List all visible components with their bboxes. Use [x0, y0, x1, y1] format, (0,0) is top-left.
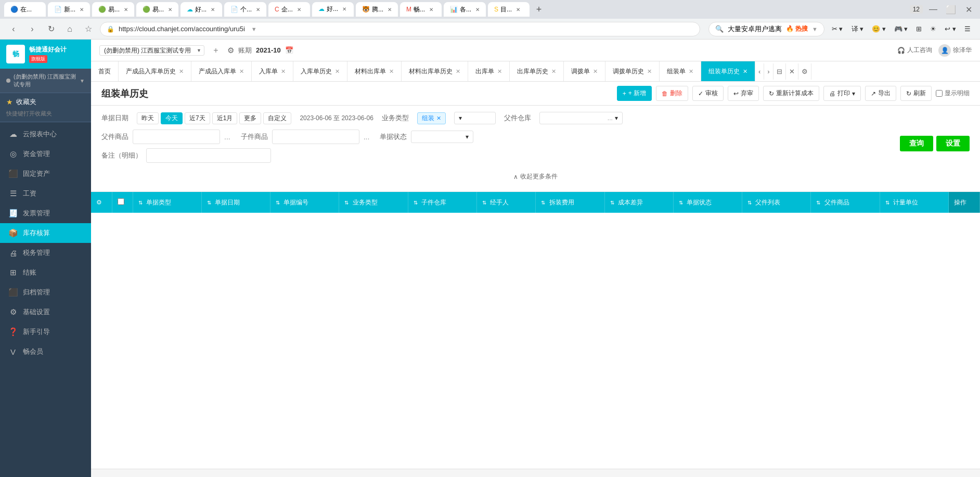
add-company-button[interactable]: + [209, 43, 223, 58]
home-button[interactable]: ⌂ [62, 22, 77, 36]
parent-goods-input[interactable] [133, 130, 220, 144]
browser-tab-6[interactable]: 📄 个... ✕ [224, 2, 266, 17]
undo-tool-button[interactable]: ↩ ▾ [942, 23, 959, 35]
today-btn[interactable]: 今天 [161, 112, 183, 124]
table-col-disassemble-cost[interactable]: ⇅ 拆装费用 [536, 192, 604, 213]
sidebar-logo[interactable]: 畅 畅捷通好会计 旗舰版 [0, 40, 91, 69]
new-tab-button[interactable]: + [532, 2, 546, 17]
nav-tab-12[interactable]: 组装单历史 ✕ [701, 61, 755, 81]
new-button[interactable]: + + 新增 [617, 86, 652, 101]
nav-tab-1-close[interactable]: ✕ [179, 68, 184, 75]
table-col-parent-list[interactable]: ⇅ 父件列表 [742, 192, 811, 213]
sidebar-item-archive[interactable]: ⬛ 归档管理 [0, 282, 91, 302]
sidebar-item-invoice[interactable]: 🧾 发票管理 [0, 203, 91, 223]
browser-tab-12[interactable]: S 目... ✕ [488, 2, 530, 17]
game-tool-button[interactable]: 🎮 ▾ [891, 23, 911, 35]
print-button[interactable]: 🖨 打印 ▾ [823, 86, 861, 101]
company-select-input[interactable]: (勿删勿禁用) 江西服宝测试专用 [99, 45, 204, 56]
refresh-button[interactable]: ↻ 刷新 [900, 86, 932, 101]
grid-tool-button[interactable]: ⊞ [913, 23, 925, 35]
nav-tab-9[interactable]: 调拨单 ✕ [564, 61, 605, 81]
1month-btn[interactable]: 近1月 [212, 112, 238, 124]
display-detail-checkbox[interactable] [936, 90, 943, 97]
browser-tab-5[interactable]: ☁ 好... ✕ [180, 2, 222, 17]
child-goods-input[interactable] [272, 130, 359, 144]
browser-tab-3[interactable]: 🟢 易... ✕ [92, 2, 134, 17]
url-bar[interactable]: 🔒 https://cloud.chanjet.com/accounting/u… [100, 22, 700, 36]
gear-icon[interactable]: ⚙ [227, 46, 234, 55]
custom-btn[interactable]: 自定义 [263, 112, 291, 124]
more-btn[interactable]: 更多 [239, 112, 261, 124]
table-col-bill-date[interactable]: ⇅ 单据日期 [201, 192, 270, 213]
translate-tool-button[interactable]: 译 ▾ [848, 22, 867, 36]
yesterday-btn[interactable]: 昨天 [137, 112, 159, 124]
nav-tab-8[interactable]: 出库单历史 ✕ [510, 61, 564, 81]
nav-tab-1[interactable]: 产成品入库单历史 ✕ [119, 61, 191, 81]
table-col-biz-type[interactable]: ⇅ 业务类型 [339, 192, 408, 213]
sidebar-item-fund[interactable]: ◎ 资金管理 [0, 144, 91, 164]
service-button[interactable]: 🎧 人工咨询 [897, 46, 932, 55]
search-bar[interactable]: 🔍 大量安卓用户逃离 🔥 热搜 ▼ [708, 22, 824, 36]
nav-tab-4-close[interactable]: ✕ [335, 68, 340, 75]
cut-tool-button[interactable]: ✂ ▾ [829, 23, 846, 35]
reload-button[interactable]: ↻ [44, 22, 58, 36]
nav-tabs-close-all[interactable]: ✕ [786, 63, 798, 80]
back-button[interactable]: ‹ [6, 22, 21, 36]
nav-tab-7[interactable]: 出库单 ✕ [468, 61, 510, 81]
parent-goods-dots[interactable]: ... [224, 133, 230, 141]
maximize-button[interactable]: ⬜ [944, 2, 958, 17]
nav-tabs-settings[interactable]: ⚙ [798, 63, 811, 80]
browser-tab-9[interactable]: 🐯 腾... ✕ [356, 2, 398, 17]
nav-tab-11-close[interactable]: ✕ [689, 68, 693, 75]
abandon-button[interactable]: ↩ 弃审 [728, 86, 759, 101]
browser-tab-1[interactable]: 🔵 在... [4, 2, 46, 17]
warehouse-select[interactable]: ... ▾ [539, 112, 623, 124]
delete-button[interactable]: 🗑 删除 [656, 86, 688, 101]
table-col-cost-diff[interactable]: ⇅ 成本差异 [604, 192, 673, 213]
display-detail-toggle[interactable]: 显示明细 [936, 89, 970, 98]
nav-tabs-scroll-left[interactable]: ‹ [755, 63, 764, 80]
nav-tab-9-close[interactable]: ✕ [593, 68, 598, 75]
nav-tab-6[interactable]: 材料出库单历史 ✕ [402, 61, 468, 81]
browser-tab-10[interactable]: M 畅... ✕ [400, 2, 442, 17]
biz-type-tag-remove[interactable]: ✕ [436, 115, 441, 122]
table-col-settings[interactable]: ⚙ [91, 192, 112, 213]
7days-btn[interactable]: 近7天 [185, 112, 210, 124]
sidebar-item-tax[interactable]: 🖨 税务管理 [0, 243, 91, 263]
minimize-button[interactable]: — [926, 2, 940, 17]
more-dots-1[interactable]: ... [608, 114, 613, 122]
nav-tab-3[interactable]: 入库单 ✕ [252, 61, 293, 81]
child-goods-dots[interactable]: ... [364, 133, 370, 141]
table-col-child-warehouse[interactable]: ⇅ 子件仓库 [408, 192, 476, 213]
table-col-checkbox[interactable] [112, 192, 133, 213]
nav-tab-12-close[interactable]: ✕ [743, 68, 747, 75]
browser-tab-7[interactable]: C 企... ✕ [268, 2, 310, 17]
query-button[interactable]: 查询 [900, 136, 933, 151]
table-col-parent-goods[interactable]: ⇅ 父件商品 [811, 192, 880, 213]
settings-button[interactable]: 设置 [936, 136, 970, 151]
close-button[interactable]: ✕ [961, 2, 976, 17]
user-info-area[interactable]: 👤 徐泽华 [938, 44, 972, 57]
nav-tab-5[interactable]: 材料出库单 ✕ [347, 61, 402, 81]
nav-tab-11[interactable]: 组装单 ✕ [660, 61, 701, 81]
bookmark-button[interactable]: ☆ [81, 22, 96, 36]
audit-button[interactable]: ✓ 审核 [692, 86, 724, 101]
nav-tab-2[interactable]: 产成品入库单 ✕ [191, 61, 252, 81]
sidebar-item-settings[interactable]: ⚙ 基础设置 [0, 302, 91, 322]
table-col-handler[interactable]: ⇅ 经手人 [476, 192, 535, 213]
nav-tab-6-close[interactable]: ✕ [456, 68, 460, 75]
sidebar-item-inventory[interactable]: 📦 库存核算 [0, 223, 91, 243]
browser-tab-11[interactable]: 📊 各... ✕ [444, 2, 486, 17]
calendar-icon[interactable]: 📅 [285, 46, 293, 54]
table-col-bill-no[interactable]: ⇅ 单据编号 [270, 192, 339, 213]
browser-tab-4[interactable]: 🟢 易... ✕ [136, 2, 178, 17]
company-selector-top[interactable]: (勿删勿禁用) 江西服宝测试专用 [99, 45, 204, 56]
sidebar-item-fixed-assets[interactable]: ⬛ 固定资产 [0, 164, 91, 184]
sun-tool-button[interactable]: ☀ [927, 23, 939, 35]
table-col-unit[interactable]: ⇅ 计量单位 [880, 192, 948, 213]
table-col-bill-type[interactable]: ⇅ 单据类型 [133, 192, 201, 213]
nav-tab-10[interactable]: 调拨单历史 ✕ [605, 61, 660, 81]
sidebar-item-payroll[interactable]: ☰ 工资 [0, 184, 91, 203]
company-selector[interactable]: (勿删勿禁用) 江西服宝测试专用 ▼ [0, 69, 91, 93]
status-select[interactable]: ▾ [411, 131, 473, 143]
